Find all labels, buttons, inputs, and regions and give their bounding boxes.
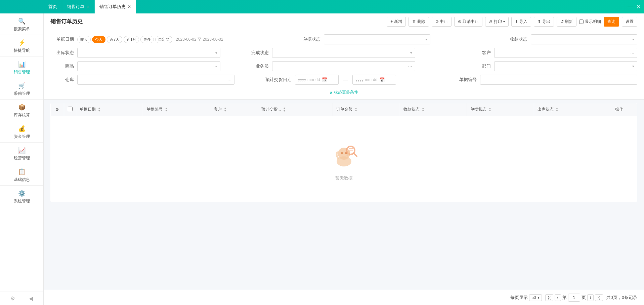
select-all-checkbox[interactable] [68, 107, 73, 111]
tab-sales-order[interactable]: 销售订单 ✕ [62, 0, 95, 13]
last-page-btn[interactable]: ⟩⟩ [595, 294, 603, 301]
page-title: 销售订单历史 [50, 18, 83, 25]
sidebar-item-operation-mgmt[interactable]: 📈 经营管理 [0, 143, 43, 164]
btn-settings[interactable]: 设置 [622, 17, 637, 27]
sort-out-status-icon: ▲▼ [556, 107, 558, 112]
date-label: 单据日期 [50, 36, 74, 42]
inventory-calc-icon: 📦 [18, 104, 26, 111]
out-status-select[interactable]: ▾ [77, 48, 220, 58]
th-date[interactable]: 单据日期 ▲▼ [76, 103, 143, 116]
btn-refresh[interactable]: ↺ 刷新 [557, 17, 576, 27]
date-btn-custom[interactable]: 自定义 [155, 36, 172, 43]
complete-status-select[interactable]: ▾ [272, 48, 415, 58]
th-customer[interactable]: 客户 ▲▼ [210, 103, 258, 116]
display-cols-toggle[interactable]: 显示明细 [579, 19, 601, 25]
date-range-separator: — [343, 77, 348, 82]
payment-status-select[interactable]: ▾ [531, 34, 637, 44]
collapse-bar[interactable]: ∧ 收起更多条件 [50, 88, 637, 95]
page-header: 销售订单历史 + 新增 🗑 删除 ⊘ 中止 ⊘ 取消中止 🖨 打印 [44, 13, 644, 30]
salesman-label: 业务员 [245, 63, 269, 69]
date-btn-today[interactable]: 今天 [92, 36, 105, 43]
sidebar-item-inventory-calc[interactable]: 📦 库存核算 [0, 100, 43, 121]
filter-row-4: 仓库 ··· 预计交货日期 yyyy-mm-dd 📅 — yyyy-mm-dd … [50, 75, 637, 85]
window-minimize-icon[interactable]: — [628, 4, 633, 10]
order-status-label: 单据状态 [297, 36, 320, 42]
sort-order-status-icon: ▲▼ [489, 107, 491, 112]
btn-query[interactable]: 查询 [604, 17, 619, 27]
delivery-date-from-input[interactable]: yyyy-mm-dd 📅 [295, 75, 339, 85]
sidebar-collapse-icon[interactable]: ◀ [29, 295, 33, 302]
th-action: 操作 [601, 103, 637, 116]
tab-sales-order-history[interactable]: 销售订单历史 ✕ [95, 0, 136, 13]
quick-nav-icon: ⚡ [18, 39, 26, 46]
tab-sales-order-history-close[interactable]: ✕ [128, 4, 131, 9]
sidebar-item-sales-mgmt[interactable]: 📊 销售管理 [0, 56, 43, 78]
first-page-btn[interactable]: ⟨⟨ [545, 294, 553, 301]
sidebar-item-system-mgmt[interactable]: ⚙️ 系统管理 [0, 186, 43, 207]
customer-dots: ··· [630, 50, 634, 55]
filter-row-1: 单据日期 昨天 今天 近7天 近1月 更多 自定义 2023-06-02 至 2… [50, 34, 637, 44]
dept-label: 部门 [467, 63, 491, 69]
sidebar-item-search-menu[interactable]: 🔍 搜索菜单 [0, 13, 43, 35]
out-status-arrow: ▾ [215, 51, 217, 55]
salesman-input[interactable]: ··· [272, 61, 415, 71]
payment-status-arrow: ▾ [632, 37, 634, 42]
data-table: ⚙ 单据日期 ▲▼ 单据编号 ▲▼ 客户 [50, 103, 637, 202]
top-bar: 首页 销售订单 ✕ 销售订单历史 ✕ — ✕ [0, 0, 644, 13]
th-delivery-date[interactable]: 预计交货... ▲▼ [258, 103, 333, 116]
next-page-btn[interactable]: ⟩ [587, 294, 594, 301]
tab-sales-order-close[interactable]: ✕ [86, 4, 90, 9]
th-out-status[interactable]: 出库状态 ▲▼ [534, 103, 601, 116]
btn-print[interactable]: 🖨 打印 [485, 17, 509, 27]
tab-home[interactable]: 首页 [44, 0, 62, 13]
product-label: 商品 [50, 63, 74, 69]
th-order-no[interactable]: 单据编号 ▲▼ [143, 103, 210, 116]
order-status-arrow: ▾ [425, 37, 427, 42]
btn-export[interactable]: ⬆ 导出 [534, 17, 554, 27]
th-order-status[interactable]: 单据状态 ▲▼ [467, 103, 534, 116]
date-btn-yesterday[interactable]: 昨天 [77, 36, 91, 43]
btn-new[interactable]: + 新增 [387, 17, 405, 27]
btn-delete[interactable]: 🗑 删除 [409, 17, 429, 27]
empty-icon [327, 136, 361, 170]
svg-point-2 [341, 152, 343, 154]
page-number-input[interactable] [568, 294, 580, 302]
out-status-label: 出库状态 [50, 50, 74, 56]
sales-mgmt-icon: 📊 [18, 61, 26, 68]
sidebar-settings-icon[interactable]: ⚙ [10, 295, 15, 302]
date-btn-more[interactable]: 更多 [140, 36, 154, 43]
search-menu-icon: 🔍 [18, 17, 26, 25]
calendar-to-icon: 📅 [379, 77, 385, 82]
content-area: 销售订单历史 + 新增 🗑 删除 ⊘ 中止 ⊘ 取消中止 🖨 打印 [44, 13, 644, 305]
system-mgmt-icon: ⚙️ [18, 190, 26, 197]
th-settings[interactable]: ⚙ [51, 103, 64, 116]
dept-select[interactable]: ▾ [494, 61, 637, 71]
capital-mgmt-icon: 💰 [18, 125, 26, 132]
date-btn-1month[interactable]: 近1月 [124, 36, 139, 43]
footer: 每页显示 50 ▾ ⟨⟨ ⟨ 第 页 ⟩ ⟩⟩ 共0页，0条记录 [44, 290, 644, 305]
delivery-date-to-input[interactable]: yyyy-mm-dd 📅 [352, 75, 396, 85]
customer-label: 客户 [467, 50, 491, 56]
order-status-select[interactable]: ▾ [324, 34, 430, 44]
order-no-input[interactable] [480, 75, 637, 85]
date-quick-group: 昨天 今天 近7天 近1月 更多 自定义 [77, 36, 172, 43]
filter-row-3: 商品 ··· 业务员 ··· 部门 ▾ [50, 61, 637, 71]
page-size-select[interactable]: 50 ▾ [529, 294, 542, 301]
date-btn-7days[interactable]: 近7天 [107, 36, 122, 43]
th-payment-status[interactable]: 收款状态 ▲▼ [400, 103, 467, 116]
warehouse-input[interactable]: ··· [77, 75, 234, 85]
th-amount[interactable]: 订单金额 ▲▼ [333, 103, 400, 116]
toolbar: + 新增 🗑 删除 ⊘ 中止 ⊘ 取消中止 🖨 打印 ⬇ 导入 [387, 17, 637, 27]
customer-input[interactable]: ··· [494, 48, 637, 58]
sidebar-item-quick-nav[interactable]: ⚡ 快捷导航 [0, 35, 43, 56]
product-input[interactable]: ··· [77, 61, 220, 71]
btn-import[interactable]: ⬇ 导入 [511, 17, 531, 27]
sidebar-item-purchase-mgmt[interactable]: 🛒 采购管理 [0, 78, 43, 100]
btn-cancel-stop[interactable]: ⊘ 取消中止 [454, 17, 482, 27]
display-cols-checkbox[interactable] [579, 20, 584, 24]
prev-page-btn[interactable]: ⟨ [555, 294, 561, 301]
window-close-icon[interactable]: ✕ [636, 4, 641, 10]
sidebar-item-basic-info[interactable]: 📋 基础信息 [0, 164, 43, 186]
btn-stop[interactable]: ⊘ 中止 [432, 17, 452, 27]
sidebar-item-capital-mgmt[interactable]: 💰 资金管理 [0, 121, 43, 143]
